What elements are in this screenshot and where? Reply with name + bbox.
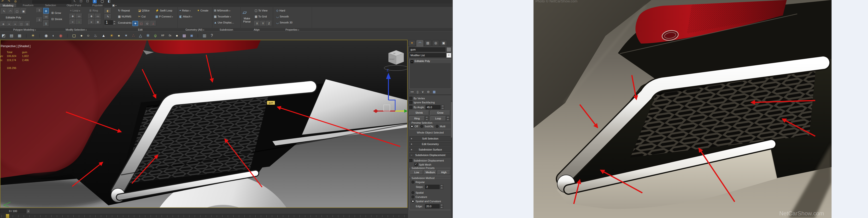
loop-button[interactable]: ≈Loop▾ [70, 9, 80, 12]
rollout-edit-geometry[interactable]: +Edit Geometry [409, 142, 451, 146]
derrick-icon[interactable]: △ [139, 32, 142, 39]
attach-button[interactable]: ◧Attach▾ [179, 15, 192, 18]
ring-shrink-icon[interactable]: ▭ [95, 14, 101, 19]
shrink-button[interactable]: ⊟Shrink [51, 17, 62, 21]
pin-stack-icon[interactable]: ⊶ [410, 90, 414, 94]
preview-subobj-radio[interactable] [420, 125, 423, 128]
lock-selection-icon[interactable]: ◧ [104, 8, 111, 13]
modifier-list-arrow-icon[interactable]: ▾ [446, 53, 451, 58]
cut-button[interactable]: ✂Cut [138, 15, 146, 18]
smooth-button[interactable]: ◡Smooth [276, 15, 289, 18]
light-lister-icon[interactable]: ☀ [31, 32, 34, 39]
by-angle-field[interactable]: 45.0 [426, 105, 440, 109]
modifier-stack[interactable]: +Editable Poly [409, 59, 451, 89]
vertex-mode-icon[interactable]: ↖ [1, 8, 7, 14]
quick-search-field[interactable] [32, 0, 71, 4]
dot-gap-icon[interactable]: − [76, 20, 82, 25]
regular-radio[interactable] [411, 181, 414, 184]
uv-editor-icon[interactable]: ▩ [183, 32, 186, 39]
show-end-result-icon[interactable]: ◍ [43, 8, 49, 14]
ribbon-minimize-icon[interactable]: ▣▾ [110, 4, 119, 7]
preview-icon[interactable]: ◆ [0, 21, 6, 27]
shade-icon[interactable]: ◐ [52, 32, 55, 39]
remove-modifier-icon[interactable]: ⊖ [427, 90, 430, 94]
object-name-field[interactable]: gum [409, 47, 445, 52]
section-align[interactable]: Align [241, 28, 273, 31]
soft-selection-icon[interactable]: ◍ [25, 21, 30, 27]
particles-icon[interactable]: ✶ [124, 32, 128, 39]
edge-field[interactable]: 20.0 [425, 204, 439, 209]
loop-shrink-icon[interactable]: ▭ [76, 14, 82, 19]
preset-low-button[interactable]: Low [410, 170, 423, 175]
modifier-list-dropdown[interactable]: Modifier List [409, 53, 446, 58]
sphere-primitive-icon[interactable]: ● [80, 32, 83, 39]
select-child-icon[interactable]: ▸ [6, 21, 12, 27]
by-angle-spinner[interactable]: ▴▾ [441, 105, 444, 110]
render-presets-icon[interactable]: ▦ [18, 32, 21, 39]
prev-modifier-icon[interactable]: ⇧ [36, 8, 42, 13]
tab-selection[interactable]: Selection [43, 4, 58, 7]
modify-tab-icon[interactable]: ◠ [416, 40, 423, 46]
plane-primitive-icon[interactable]: ▢ [72, 32, 76, 39]
constraint-edge-icon[interactable]: ▢ [138, 21, 144, 26]
smooth-30-button[interactable]: ◡Smooth 30 [276, 21, 292, 24]
display-tab-icon[interactable]: ▣ [440, 40, 447, 46]
spatial-curvature-radio[interactable] [411, 200, 414, 203]
object-color-swatch[interactable] [446, 47, 451, 52]
loop-grow-icon[interactable]: ✚ [69, 14, 76, 19]
grass-icon[interactable]: ψ [154, 32, 157, 39]
stack-item-editable-poly[interactable]: +Editable Poly [409, 59, 451, 63]
ring-button[interactable]: Ring [409, 116, 425, 121]
hierarchy-tab-icon[interactable]: ▤ [425, 40, 431, 46]
split-mesh-checkbox[interactable] [414, 163, 418, 166]
dot-loop-icon[interactable]: = [69, 20, 76, 25]
render-window-icon[interactable]: ◩ [2, 32, 5, 39]
create-tab-icon[interactable]: ✶ [409, 40, 415, 46]
rollout-subdivision-displacement[interactable]: −Subdivision Displacement [409, 153, 451, 157]
tab-object-paint[interactable]: Object Paint [64, 4, 84, 7]
align-y-button[interactable]: Y [260, 21, 266, 26]
subdivision-displacement-checkbox[interactable] [409, 159, 412, 162]
video-camera-icon[interactable]: ◉ [59, 32, 62, 39]
msmooth-button[interactable]: ⊞MSmooth▾ [214, 9, 230, 12]
section-edit[interactable]: Edit [103, 28, 178, 31]
display-final-icon[interactable]: ▯ [43, 20, 49, 27]
use-displacement-button[interactable]: ▲Use Displac... [214, 21, 234, 24]
configure-stack-icon[interactable]: ▦ [433, 90, 436, 94]
tab-freeform[interactable]: Freeform [20, 4, 36, 7]
hard-button[interactable]: ◇Hard [276, 9, 285, 12]
by-angle-checkbox[interactable] [409, 106, 412, 109]
ignore-backfacing-checkbox[interactable] [409, 101, 412, 104]
ring-spinner[interactable]: ▴▾ [425, 116, 429, 121]
crossing-icon[interactable]: ☐ [86, 0, 89, 3]
dot-ring-icon[interactable]: ≡ [88, 20, 94, 25]
border-mode-icon[interactable]: ▢ [14, 8, 20, 14]
steps-spinner[interactable]: ▴▾ [440, 184, 443, 189]
exposure-icon[interactable]: 0x [169, 32, 172, 39]
pearl-icon[interactable]: ● [176, 32, 178, 39]
preset-medium-button[interactable]: Medium [424, 170, 437, 175]
pin-stack-icon[interactable]: ⊶ [43, 14, 49, 20]
constraint-none-icon[interactable]: ✚ [132, 21, 138, 26]
circle-icon[interactable]: ◯ [101, 0, 104, 3]
hair-fur-icon[interactable]: HF [161, 32, 164, 39]
section-properties[interactable]: Properties▾ [273, 28, 312, 31]
nurms-button[interactable]: ▦NURMS [118, 15, 131, 18]
viewcube-top-label[interactable]: UP [393, 52, 396, 54]
render-setup-icon[interactable]: ▤ [10, 32, 13, 39]
current-frame-field[interactable]: 0 / 100 [0, 209, 26, 213]
steps-field[interactable]: 2 [425, 185, 439, 189]
track-bar[interactable] [0, 214, 453, 218]
p-connect-button[interactable]: ▦P Connect▾ [155, 15, 173, 18]
rollout-subdivision-surface[interactable]: +Subdivision Surface [409, 147, 451, 152]
spatial-radio[interactable] [411, 191, 414, 194]
layers-icon[interactable]: ◧ [108, 0, 110, 3]
curvature-radio[interactable] [411, 195, 414, 198]
camera-icon[interactable]: ◉ [44, 32, 48, 39]
expand-icon[interactable]: + [410, 60, 413, 63]
scrollbar-thumb[interactable] [451, 102, 452, 138]
molecule-icon[interactable]: ∴ [132, 32, 134, 39]
motion-tab-icon[interactable]: ◎ [432, 40, 439, 46]
viewport-canvas[interactable]: RIGHT UP Z [0, 40, 408, 208]
swift-loop-button[interactable]: ⚡Swift Loop [155, 9, 172, 12]
